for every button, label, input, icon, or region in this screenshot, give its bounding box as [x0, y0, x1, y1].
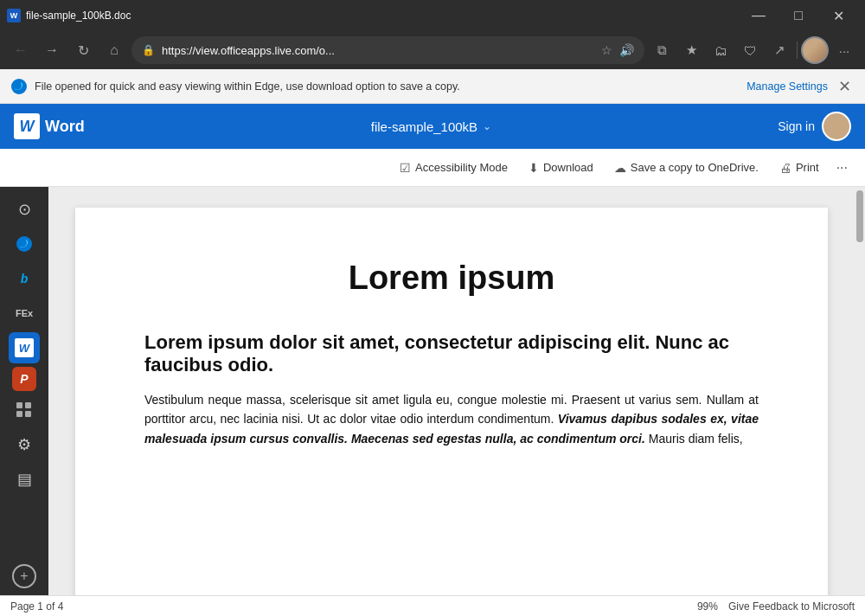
word-logo-letter: W	[20, 118, 35, 136]
sidebar: ⊙ b FEx W P ⚙ ▤ +	[0, 187, 48, 595]
lock-icon: 🔒	[142, 44, 155, 56]
sidebar-icon-settings[interactable]: ⚙	[9, 429, 40, 460]
forward-button[interactable]: →	[38, 36, 66, 64]
download-icon: ⬇	[529, 161, 539, 175]
title-bar-text: file-sample_100kB.doc	[26, 10, 131, 22]
more-options-icon[interactable]: ···	[830, 36, 858, 64]
word-toolbar: ☑ Accessibility Mode ⬇ Download ☁ Save a…	[0, 149, 865, 187]
title-bar-controls: — □ ✕	[739, 0, 858, 31]
file-name-area: file-sample_100kB ⌄	[85, 119, 778, 134]
collections-icon[interactable]: 🗂	[707, 36, 734, 64]
sidebar-icon-powerpoint[interactable]: P	[12, 367, 36, 391]
back-button[interactable]: ←	[7, 36, 35, 64]
split-screen-icon[interactable]: ⧉	[648, 36, 676, 64]
zoom-level: 99%	[697, 600, 718, 613]
print-icon: 🖨	[779, 161, 791, 175]
minimize-button[interactable]: —	[739, 0, 778, 31]
scrollbar-track[interactable]	[855, 187, 865, 595]
notification-close-button[interactable]: ✕	[835, 74, 855, 99]
document-heading: Lorem ipsum dolor sit amet, consectetur …	[144, 331, 759, 376]
feedback-label[interactable]: Give Feedback to Microsoft	[728, 600, 855, 613]
sign-in-area: Sign in	[778, 112, 851, 141]
status-bar-left: Page 1 of 4	[10, 600, 63, 613]
sidebar-icon-edge[interactable]	[9, 228, 40, 260]
accessibility-icon: ☑	[400, 161, 411, 175]
maximize-button[interactable]: □	[778, 0, 818, 31]
share-icon[interactable]: ↗	[766, 36, 793, 64]
edge-logo-icon	[10, 78, 28, 95]
manage-settings-link[interactable]: Manage Settings	[746, 80, 828, 93]
sidebar-icon-collections[interactable]: ▤	[9, 464, 40, 495]
star-icon[interactable]: ☆	[601, 43, 612, 57]
toolbar-divider	[797, 42, 798, 59]
document-title: Lorem ipsum	[144, 260, 759, 297]
edge-notification-bar: File opened for quick and easy viewing w…	[0, 69, 865, 104]
browser-toolbar-icons: ⧉ ★ 🗂 🛡 ↗ ···	[648, 36, 858, 64]
status-bar: Page 1 of 4 99% Give Feedback to Microso…	[0, 595, 865, 616]
status-bar-right: 99% Give Feedback to Microsoft	[697, 600, 855, 613]
svg-rect-3	[25, 402, 31, 408]
title-bar: W file-sample_100kB.doc — □ ✕	[0, 0, 865, 31]
profile-avatar	[803, 38, 827, 62]
word-logo-icon: W	[14, 113, 40, 139]
word-logo: W Word	[14, 113, 85, 139]
word-app-bar: W Word file-sample_100kB ⌄ Sign in	[0, 104, 865, 149]
close-button[interactable]: ✕	[818, 0, 858, 31]
sidebar-icon-word[interactable]: W	[9, 332, 40, 363]
accessibility-mode-label: Accessibility Mode	[415, 161, 508, 174]
svg-rect-2	[16, 402, 22, 408]
print-button[interactable]: 🖨 Print	[769, 154, 830, 182]
onedrive-icon: ☁	[614, 161, 626, 175]
browser-toolbar: ← → ↻ ⌂ 🔒 https://view.officeapps.live.c…	[0, 31, 865, 69]
sign-in-button[interactable]: Sign in	[778, 119, 815, 133]
sidebar-icon-apps[interactable]	[9, 395, 40, 426]
address-bar[interactable]: 🔒 https://view.officeapps.live.com/o... …	[131, 36, 644, 64]
user-avatar-img	[823, 113, 849, 139]
word-icon-title: W	[7, 9, 21, 22]
sidebar-add-button[interactable]: +	[12, 564, 36, 588]
profile-button[interactable]	[801, 36, 829, 64]
document-page: Lorem ipsum Lorem ipsum dolor sit amet, …	[75, 208, 828, 595]
sidebar-icon-history[interactable]: ⊙	[9, 194, 40, 225]
svg-rect-5	[25, 411, 31, 417]
body-text-end: Mauris diam felis,	[645, 432, 743, 446]
toolbar-more-button[interactable]: ···	[830, 153, 855, 183]
notification-text: File opened for quick and easy viewing w…	[35, 80, 740, 93]
save-onedrive-label: Save a copy to OneDrive.	[631, 161, 759, 174]
home-button[interactable]: ⌂	[100, 36, 128, 64]
svg-point-1	[16, 236, 32, 252]
sidebar-icon-bing[interactable]: b	[9, 263, 40, 294]
read-aloud-icon[interactable]: 🔊	[619, 43, 634, 57]
main-area: ⊙ b FEx W P ⚙ ▤ + Lo	[0, 187, 865, 595]
svg-point-0	[11, 79, 27, 94]
svg-rect-4	[16, 411, 22, 417]
file-chevron-icon[interactable]: ⌄	[483, 120, 491, 132]
word-app-name: Word	[45, 118, 85, 136]
save-onedrive-button[interactable]: ☁ Save a copy to OneDrive.	[604, 154, 769, 182]
scrollbar-thumb[interactable]	[856, 190, 863, 242]
sidebar-icon-fx[interactable]: FEx	[9, 298, 40, 329]
document-area[interactable]: Lorem ipsum Lorem ipsum dolor sit amet, …	[48, 187, 855, 595]
download-label: Download	[543, 161, 593, 174]
browser-shield-icon[interactable]: 🛡	[736, 36, 764, 64]
accessibility-mode-button[interactable]: ☑ Accessibility Mode	[389, 154, 518, 182]
refresh-button[interactable]: ↻	[69, 36, 97, 64]
download-button[interactable]: ⬇ Download	[518, 154, 604, 182]
print-label: Print	[796, 161, 819, 174]
file-name-label[interactable]: file-sample_100kB	[371, 119, 477, 134]
user-avatar[interactable]	[822, 112, 851, 141]
document-body: Vestibulum neque massa, scelerisque sit …	[144, 390, 759, 448]
title-bar-left: W file-sample_100kB.doc	[7, 9, 131, 22]
title-bar-title: W file-sample_100kB.doc	[7, 9, 131, 22]
url-text: https://view.officeapps.live.com/o...	[162, 44, 594, 57]
favorites-icon[interactable]: ★	[677, 36, 705, 64]
page-info-label: Page 1 of 4	[10, 600, 63, 613]
